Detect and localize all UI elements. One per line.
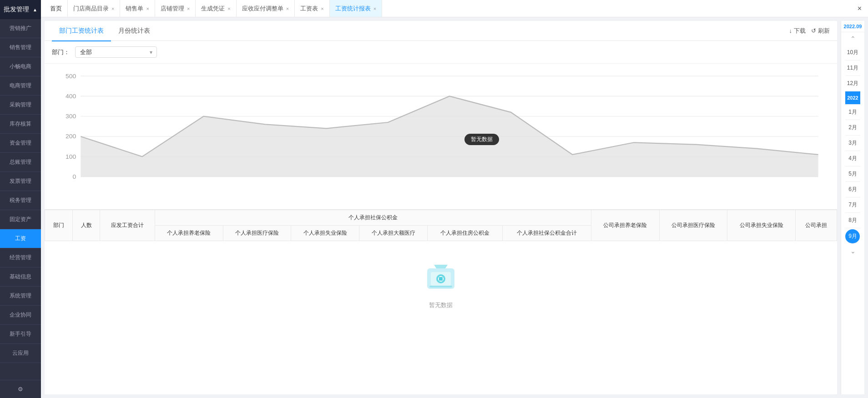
svg-rect-16 (439, 277, 443, 281)
sub-tab-actions: ↓ 下载 ↺ 刷新 (789, 27, 830, 35)
gear-icon: ⚙ (18, 386, 23, 393)
sidebar: 批发管理 ▲ 营销推广销售管理小畅电商电商管理采购管理库存核算资金管理总账管理发… (0, 0, 41, 398)
chart-container: 0100200300400500 暂无数据 (45, 64, 837, 209)
col-公司承担养老保险: 公司承担养老保险 (591, 210, 659, 241)
close-window-button[interactable]: × (855, 4, 864, 14)
empty-text: 暂无数据 (429, 301, 453, 309)
tab-close-销售单[interactable]: × (146, 6, 149, 11)
panel-scroll-up[interactable]: ⌃ (841, 32, 864, 45)
sidebar-item-基础信息[interactable]: 基础信息 (0, 267, 41, 287)
tab-生成凭证[interactable]: 生成凭证× (196, 0, 236, 17)
right-panel-item-7月[interactable]: 7月 (845, 197, 860, 213)
right-panel-item-8月[interactable]: 8月 (845, 213, 860, 228)
col-应发工资合计: 应发工资合计 (100, 210, 155, 241)
right-panel-item-5月[interactable]: 5月 (845, 166, 860, 182)
svg-text:100: 100 (66, 154, 76, 160)
sidebar-item-云应用[interactable]: 云应用 (0, 344, 41, 363)
tab-应收应付调整单[interactable]: 应收应付调整单× (237, 0, 295, 17)
sidebar-item-税务管理[interactable]: 税务管理 (0, 191, 41, 210)
col-个人承担社保公积金合计: 个人承担社保公积金合计 (503, 226, 591, 241)
sidebar-item-企业协同[interactable]: 企业协同 (0, 306, 41, 325)
col-个人承担养老保险: 个人承担养老保险 (155, 226, 223, 241)
svg-rect-17 (429, 286, 452, 287)
svg-text:200: 200 (66, 133, 76, 140)
refresh-label: 刷新 (818, 27, 830, 35)
sidebar-item-系统管理[interactable]: 系统管理 (0, 287, 41, 306)
right-panel-item-9月[interactable]: 9月 (845, 229, 860, 244)
download-button[interactable]: ↓ 下载 (789, 27, 806, 35)
sidebar-item-库存核算[interactable]: 库存核算 (0, 115, 41, 134)
right-panel-item-2022[interactable]: 2022 (845, 91, 860, 105)
download-label: 下载 (794, 27, 806, 35)
current-period-label: 2022.09 (841, 21, 864, 32)
sidebar-item-经营管理[interactable]: 经营管理 (0, 248, 41, 267)
svg-text:0: 0 (72, 174, 76, 180)
tab-close-店铺管理[interactable]: × (187, 6, 190, 11)
col-公司承担失业保险: 公司承担失业保险 (727, 210, 796, 241)
tab-首页[interactable]: 首页 (45, 0, 68, 17)
tab-close-应收应付调整单[interactable]: × (286, 6, 289, 11)
tab-工资统计报表[interactable]: 工资统计报表× (330, 0, 382, 17)
svg-marker-18 (434, 265, 448, 268)
col-个人承担大额医疗: 个人承担大额医疗 (359, 226, 428, 241)
sidebar-item-固定资产[interactable]: 固定资产 (0, 210, 41, 229)
tab-销售单[interactable]: 销售单× (120, 0, 155, 17)
filter-row: 部门： 全部 (45, 41, 837, 64)
tab-close-生成凭证[interactable]: × (227, 6, 230, 11)
sidebar-settings[interactable]: ⚙ (0, 380, 41, 398)
sidebar-item-电商管理[interactable]: 电商管理 (0, 76, 41, 96)
right-panel-item-12月[interactable]: 12月 (845, 76, 860, 91)
sidebar-item-工资[interactable]: 工资 (0, 229, 41, 248)
tab-店铺管理[interactable]: 店铺管理× (155, 0, 196, 17)
tab-close-工资表[interactable]: × (321, 6, 323, 11)
empty-state: 暂无数据 (45, 241, 837, 327)
tab-工资表[interactable]: 工资表× (295, 0, 329, 17)
col-公司承担: 公司承担 (796, 210, 837, 241)
col-个人承担住房公积金: 个人承担住房公积金 (428, 226, 503, 241)
refresh-button[interactable]: ↺ 刷新 (811, 27, 830, 35)
refresh-icon: ↺ (811, 27, 816, 34)
subtab-部门工资统计表[interactable]: 部门工资统计表 (52, 21, 111, 41)
content-area: 部门工资统计表月份统计表 ↓ 下载 ↺ 刷新 部门： 全部 (41, 17, 868, 398)
sub-tab-bar: 部门工资统计表月份统计表 ↓ 下载 ↺ 刷新 (45, 21, 837, 41)
subtab-月份统计表[interactable]: 月份统计表 (111, 21, 157, 41)
table-wrapper[interactable]: 部门人数应发工资合计个人承担社保公积金公司承担养老保险公司承担医疗保险公司承担失… (45, 209, 837, 394)
sidebar-item-总账管理[interactable]: 总账管理 (0, 153, 41, 172)
right-panel-item-6月[interactable]: 6月 (845, 182, 860, 197)
sidebar-item-营销推广[interactable]: 营销推广 (0, 19, 41, 38)
sidebar-item-销售管理[interactable]: 销售管理 (0, 38, 41, 57)
right-panel-item-3月[interactable]: 3月 (845, 136, 860, 151)
tab-close-工资统计报表[interactable]: × (373, 6, 376, 11)
tab-close-门店商品目录[interactable]: × (111, 6, 114, 11)
tab-门店商品目录[interactable]: 门店商品目录× (68, 0, 120, 17)
col-个人承担医疗保险: 个人承担医疗保险 (223, 226, 291, 241)
right-panel-item-10月[interactable]: 10月 (845, 45, 860, 60)
right-panel-item-1月[interactable]: 1月 (845, 105, 860, 120)
chart-svg: 0100200300400500 (52, 71, 830, 202)
right-panel-item-4月[interactable]: 4月 (845, 151, 860, 166)
department-select[interactable]: 全部 (75, 46, 157, 58)
data-table: 部门人数应发工资合计个人承担社保公积金公司承担养老保险公司承担医疗保险公司承担失… (45, 210, 837, 241)
col-公司承担医疗保险: 公司承担医疗保险 (659, 210, 727, 241)
download-icon: ↓ (789, 27, 792, 34)
main-area: 首页门店商品目录×销售单×店铺管理×生成凭证×应收应付调整单×工资表×工资统计报… (41, 0, 868, 398)
col-个人承担失业保险: 个人承担失业保险 (291, 226, 359, 241)
svg-text:500: 500 (66, 73, 76, 79)
right-panel-item-11月[interactable]: 11月 (845, 60, 860, 76)
sidebar-item-小畅电商[interactable]: 小畅电商 (0, 57, 41, 76)
panel-scroll-down[interactable]: ⌄ (841, 245, 864, 257)
sidebar-item-新手引导[interactable]: 新手引导 (0, 325, 41, 344)
right-panel-item-2月[interactable]: 2月 (845, 120, 860, 136)
department-select-wrapper: 全部 (75, 46, 157, 58)
tab-bar: 首页门店商品目录×销售单×店铺管理×生成凭证×应收应付调整单×工资表×工资统计报… (41, 0, 868, 17)
sidebar-arrow-icon: ▲ (33, 7, 37, 12)
sidebar-item-资金管理[interactable]: 资金管理 (0, 134, 41, 153)
empty-icon (423, 259, 459, 296)
sidebar-header[interactable]: 批发管理 ▲ (0, 0, 41, 19)
svg-text:300: 300 (66, 113, 76, 120)
sidebar-title: 批发管理 (4, 5, 29, 14)
sidebar-item-采购管理[interactable]: 采购管理 (0, 96, 41, 115)
col-group-social: 个人承担社保公积金 (155, 210, 591, 226)
sidebar-item-发票管理[interactable]: 发票管理 (0, 172, 41, 191)
svg-text:400: 400 (66, 93, 76, 100)
